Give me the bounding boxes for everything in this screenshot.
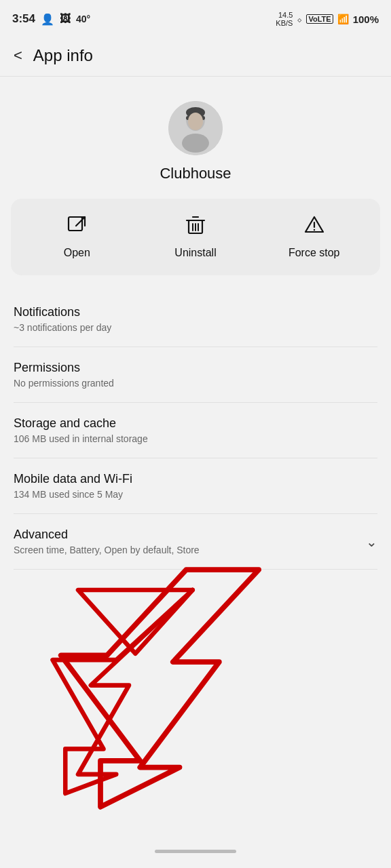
app-icon-image — [168, 101, 223, 155]
open-icon — [67, 215, 87, 240]
storage-subtitle: 106 MB used in internal storage — [14, 433, 377, 444]
mobile-data-title: Mobile data and Wi-Fi — [14, 472, 377, 486]
svg-marker-18 — [61, 570, 259, 807]
battery-label: 100% — [353, 14, 379, 25]
time-label: 3:54 — [12, 12, 35, 26]
force-stop-label: Force stop — [288, 247, 340, 259]
page-title: App info — [33, 46, 93, 65]
bluetooth-icon: ⬦ — [297, 14, 302, 24]
app-icon — [168, 101, 223, 155]
app-identity-section: Clubhouse — [0, 77, 391, 199]
uninstall-label: Uninstall — [174, 247, 216, 259]
handle-bar — [155, 850, 236, 853]
action-buttons-row: Open Uninstall Force stop — [11, 199, 380, 275]
app-info-header: < App info — [0, 35, 391, 77]
temp-label: 40° — [76, 14, 90, 24]
force-stop-icon — [304, 215, 324, 240]
data-speed: 14.5KB/S — [276, 11, 293, 27]
svg-marker-17 — [78, 590, 193, 654]
svg-rect-6 — [69, 217, 82, 231]
uninstall-icon — [185, 215, 206, 240]
lte-icon: VoLTE — [306, 14, 333, 24]
signal-icon: 📶 — [337, 14, 349, 24]
app-name-label: Clubhouse — [160, 165, 231, 182]
notifications-subtitle: ~3 notifications per day — [14, 322, 377, 333]
bottom-handle — [0, 839, 391, 860]
open-button[interactable]: Open — [18, 215, 136, 259]
open-label: Open — [64, 247, 90, 259]
svg-point-4 — [182, 134, 209, 153]
svg-point-5 — [188, 113, 203, 130]
permissions-title: Permissions — [14, 361, 377, 375]
person-icon: 👤 — [41, 13, 54, 26]
back-button[interactable]: < — [14, 47, 22, 64]
force-stop-button[interactable]: Force stop — [255, 215, 373, 259]
storage-item[interactable]: Storage and cache 106 MB used in interna… — [14, 403, 377, 458]
mobile-data-item[interactable]: Mobile data and Wi-Fi 134 MB used since … — [14, 458, 377, 514]
settings-list: Notifications ~3 notifications per day P… — [0, 292, 391, 570]
svg-point-16 — [313, 229, 314, 231]
chevron-down-icon: ⌄ — [366, 534, 377, 550]
status-indicators: 14.5KB/S ⬦ VoLTE 📶 100% — [276, 11, 379, 27]
svg-line-7 — [76, 217, 85, 226]
status-bar: 3:54 👤 🖼 40° 14.5KB/S ⬦ VoLTE 📶 100% — [0, 0, 391, 35]
advanced-item[interactable]: Advanced Screen time, Battery, Open by d… — [14, 514, 377, 570]
image-icon: 🖼 — [60, 13, 71, 25]
advanced-subtitle: Screen time, Battery, Open by default, S… — [14, 545, 366, 555]
annotation-arrow — [27, 583, 231, 800]
advanced-title: Advanced — [14, 528, 366, 542]
notifications-title: Notifications — [14, 305, 377, 319]
permissions-subtitle: No permissions granted — [14, 378, 377, 389]
permissions-item[interactable]: Permissions No permissions granted — [14, 347, 377, 403]
storage-title: Storage and cache — [14, 416, 377, 431]
status-time: 3:54 👤 🖼 40° — [12, 12, 90, 26]
mobile-data-subtitle: 134 MB used since 5 May — [14, 489, 377, 500]
uninstall-button[interactable]: Uninstall — [136, 215, 255, 259]
annotation-overlay-accurate — [54, 563, 285, 814]
notifications-item[interactable]: Notifications ~3 notifications per day — [14, 292, 377, 347]
